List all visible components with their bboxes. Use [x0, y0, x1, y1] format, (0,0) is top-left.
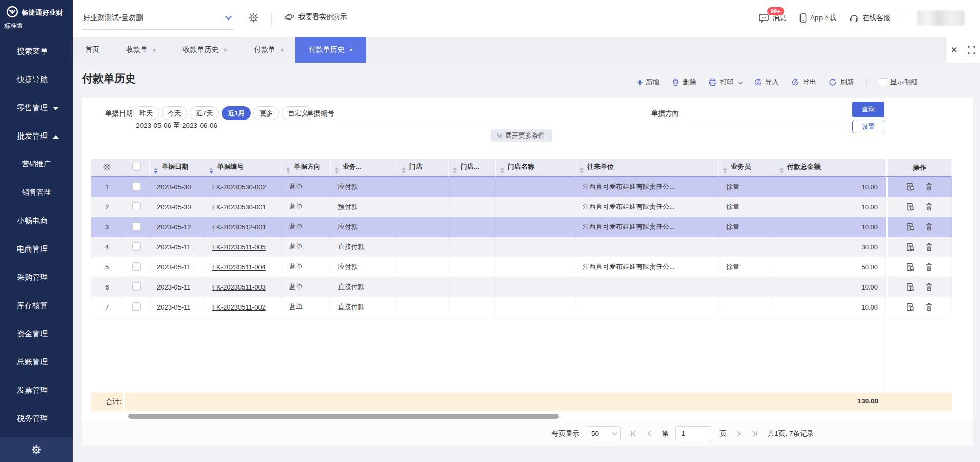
doc-no-link[interactable]: FK-20230511-005: [212, 243, 266, 251]
view-approval-icon[interactable]: [906, 303, 915, 312]
column-header-3[interactable]: 业务...: [331, 159, 397, 177]
last-page-button[interactable]: [751, 430, 758, 437]
delete-row-icon[interactable]: [925, 223, 933, 231]
select-all-checkbox[interactable]: [123, 159, 150, 177]
row-checkbox[interactable]: [123, 297, 150, 317]
page-number-input[interactable]: [675, 426, 712, 441]
tab-close-icon[interactable]: ×: [280, 46, 284, 54]
tab-3[interactable]: 付款单×: [251, 37, 287, 63]
doc-no-link[interactable]: FK-20230530-002: [212, 183, 266, 191]
table-row[interactable]: 12023-05-30FK-20230530-002蓝单应付款江西真可爱布娃娃有…: [91, 177, 952, 197]
tab-close-icon[interactable]: ×: [349, 46, 353, 54]
add-button[interactable]: + 新增: [637, 78, 659, 87]
online-support-button[interactable]: 在线客服: [850, 13, 890, 23]
delete-row-icon[interactable]: [925, 243, 933, 251]
close-tab-button[interactable]: ✕: [945, 37, 963, 63]
quick-filter-1[interactable]: 今天: [162, 106, 187, 120]
doc-no-link[interactable]: FK-20230511-004: [212, 263, 266, 271]
next-page-button[interactable]: [736, 430, 742, 437]
row-checkbox[interactable]: [123, 277, 150, 297]
refresh-button[interactable]: 刷新: [829, 78, 854, 87]
table-row[interactable]: 32023-05-12FK-20230512-001蓝单应付款江西真可爱布娃娃有…: [91, 217, 952, 237]
doc-no-link[interactable]: FK-20230530-001: [212, 203, 266, 211]
show-detail-toggle[interactable]: 显示明细: [879, 78, 918, 87]
column-header-2[interactable]: 单据方向: [282, 159, 331, 177]
delete-row-icon[interactable]: [925, 263, 933, 271]
horizontal-scrollbar-thumb[interactable]: [128, 414, 559, 419]
user-account[interactable]: [917, 10, 965, 26]
view-approval-icon[interactable]: [906, 203, 915, 211]
delete-row-icon[interactable]: [925, 283, 933, 291]
column-header-8[interactable]: 业务员: [719, 159, 775, 177]
sidebar-item-3[interactable]: 批发管理: [0, 122, 73, 150]
row-checkbox[interactable]: [123, 197, 150, 217]
column-header-7[interactable]: 往来单位: [575, 159, 719, 177]
org-settings-button[interactable]: [248, 12, 259, 23]
sidebar-item-9[interactable]: 库存核算: [0, 291, 73, 319]
sidebar-item-13[interactable]: 税务管理: [0, 404, 73, 432]
view-approval-icon[interactable]: [906, 223, 915, 232]
row-checkbox[interactable]: [123, 217, 150, 237]
tab-2[interactable]: 收款单历史×: [180, 37, 231, 63]
sidebar-item-0[interactable]: 搜索菜单: [0, 37, 73, 65]
quick-filter-4[interactable]: 更多: [253, 106, 279, 120]
fullscreen-button[interactable]: [963, 37, 980, 63]
messages-button[interactable]: 消息 99+: [759, 13, 786, 23]
quick-filter-2[interactable]: 近7天: [190, 106, 219, 120]
tab-1[interactable]: 收款单×: [123, 37, 159, 63]
import-button[interactable]: 导入: [754, 78, 779, 87]
expand-more-conditions[interactable]: 展开更多条件: [491, 129, 552, 142]
view-approval-icon[interactable]: [906, 243, 915, 252]
column-header-6[interactable]: 门店名称: [496, 159, 575, 177]
sidebar-item-5[interactable]: 销售管理: [0, 178, 73, 206]
column-settings-button[interactable]: [91, 159, 123, 177]
delete-row-icon[interactable]: [925, 203, 933, 211]
column-header-0[interactable]: 单据日期: [150, 159, 205, 177]
sidebar-item-2[interactable]: 零售管理: [0, 93, 73, 122]
delete-button[interactable]: 删除: [672, 78, 696, 87]
view-approval-icon[interactable]: [906, 183, 915, 191]
sidebar-item-10[interactable]: 资金管理: [0, 319, 73, 348]
table-row[interactable]: 22023-05-30FK-20230530-001蓝单预付款江西真可爱布娃娃有…: [91, 197, 952, 217]
sidebar-item-4[interactable]: 营销推广: [0, 150, 73, 178]
demo-link[interactable]: 我要看实例演示: [284, 12, 347, 22]
doc-no-link[interactable]: FK-20230512-001: [212, 223, 266, 231]
table-row[interactable]: 52023-05-11FK-20230511-004蓝单应付款江西真可爱布娃娃有…: [91, 257, 952, 277]
delete-row-icon[interactable]: [925, 303, 933, 311]
prev-page-button[interactable]: [646, 430, 652, 437]
delete-row-icon[interactable]: [925, 183, 933, 191]
table-row[interactable]: 72023-05-11FK-20230511-002蓝单直接付款10.00: [91, 297, 952, 317]
sidebar-item-11[interactable]: 总账管理: [0, 348, 73, 376]
tab-close-icon[interactable]: ×: [152, 46, 156, 54]
tab-close-icon[interactable]: ×: [224, 46, 228, 54]
row-checkbox[interactable]: [123, 237, 150, 257]
sidebar-item-8[interactable]: 采购管理: [0, 263, 73, 291]
tab-0[interactable]: 首页: [82, 37, 103, 63]
table-row[interactable]: 62023-05-11FK-20230511-003蓝单直接付款10.00: [91, 277, 952, 297]
row-checkbox[interactable]: [123, 177, 150, 197]
export-button[interactable]: 导出: [791, 78, 816, 87]
column-header-9[interactable]: 付款总金额: [775, 159, 886, 177]
quick-filter-3[interactable]: 近1月: [222, 106, 251, 120]
doc-no-input[interactable]: [341, 106, 518, 122]
sidebar-settings-button[interactable]: [0, 437, 73, 462]
view-approval-icon[interactable]: [906, 263, 915, 272]
first-page-button[interactable]: [630, 430, 637, 437]
column-header-1[interactable]: 单据编号: [205, 159, 282, 177]
column-header-4[interactable]: 门店: [397, 159, 449, 177]
quick-filter-0[interactable]: 昨天: [133, 106, 159, 120]
settings-button[interactable]: 设置: [852, 120, 884, 133]
org-selector[interactable]: 好业财测试-量勿删: [82, 8, 234, 30]
column-header-5[interactable]: 门店...: [449, 159, 496, 177]
sidebar-item-6[interactable]: 小畅电商: [0, 206, 73, 235]
per-page-select[interactable]: 50: [587, 426, 621, 441]
row-checkbox[interactable]: [123, 257, 150, 277]
sidebar-item-7[interactable]: 电商管理: [0, 235, 73, 263]
sidebar-item-1[interactable]: 快捷导航: [0, 65, 73, 93]
doc-no-link[interactable]: FK-20230511-003: [212, 283, 266, 291]
show-detail-checkbox[interactable]: [879, 78, 887, 86]
doc-no-link[interactable]: FK-20230511-002: [212, 303, 266, 311]
tab-4[interactable]: 付款单历史×: [295, 37, 367, 63]
table-row[interactable]: 42023-05-11FK-20230511-005蓝单直接付款30.00: [91, 237, 952, 257]
print-button[interactable]: 打印: [709, 78, 742, 87]
